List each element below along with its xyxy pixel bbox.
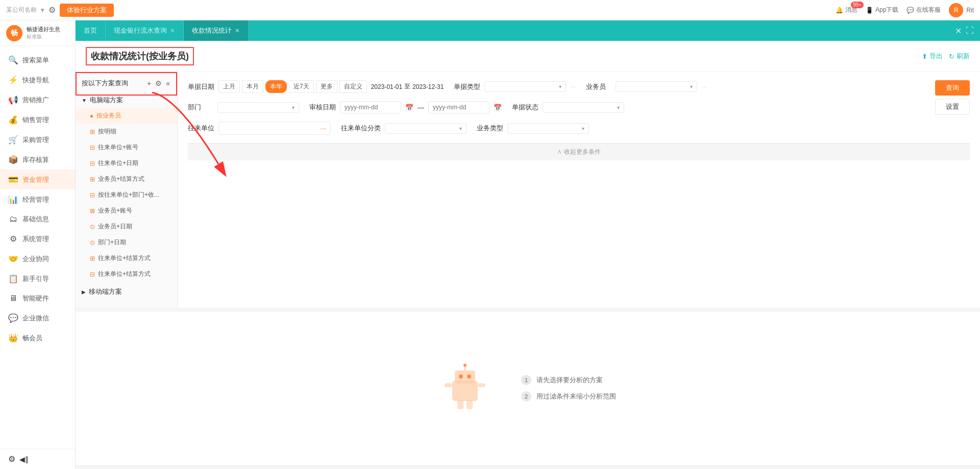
sidebar-label-enterprise: 企业协同 <box>22 254 49 264</box>
export-icon: ⬆ <box>922 53 927 60</box>
scheme-item-partner-date-icon: ⊟ <box>90 160 95 167</box>
scheme-item-partner-account[interactable]: ⊟ 往来单位+账号 <box>76 139 177 155</box>
scheme-add-btn[interactable]: + <box>146 78 152 88</box>
scheme-settings-btn[interactable]: ⚙ <box>154 78 163 88</box>
partner-more-icon: ··· <box>320 124 326 132</box>
user-avatar[interactable]: R Rit <box>949 3 974 17</box>
scheme-item-partner-settlement2[interactable]: ⊟ 往来单位+结算方式 <box>76 266 177 282</box>
tab-home[interactable]: 首页 <box>76 20 106 41</box>
scheme-item-salesman-date[interactable]: ⊙ 业务员+日期 <box>76 219 177 235</box>
sidebar-item-search[interactable]: 🔍 搜索菜单 <box>0 50 75 70</box>
app-download[interactable]: 📱 App下载 <box>866 6 898 14</box>
export-button[interactable]: ⬆ 导出 <box>922 52 943 61</box>
service-icon: 💬 <box>906 7 914 14</box>
scheme-collapse-btn[interactable]: « <box>165 78 171 88</box>
sidebar-item-system[interactable]: ⚙ 系统管理 <box>0 229 75 249</box>
scheme-item-salesman-settlement[interactable]: ⊞ 业务员+结算方式 <box>76 171 177 187</box>
operations-icon: 📊 <box>8 195 18 204</box>
date-btn-this-year[interactable]: 本年 <box>265 80 287 93</box>
scheme-item-ps2-label: 往来单位+结算方式 <box>98 270 151 278</box>
scheme-group-desktop-header[interactable]: ▼ 电脑端方案 <box>76 92 177 108</box>
scheme-item-partner-account-label: 往来单位+账号 <box>98 143 138 152</box>
sidebar-item-quicknav[interactable]: ⚡ 快捷导航 <box>0 70 75 90</box>
filter-salesman-item: 业务员 ▾ ··· <box>586 81 707 92</box>
scheme-header: 按以下方案查询 + ⚙ « <box>76 78 177 92</box>
tab-collection-stats-close[interactable]: ✕ <box>235 27 240 34</box>
date-btn-last-month[interactable]: 上月 <box>218 80 240 93</box>
scheme-item-partner-date[interactable]: ⊟ 往来单位+日期 <box>76 155 177 171</box>
chevron-right-icon: ▶ <box>82 289 86 295</box>
date-btn-this-month[interactable]: 本月 <box>242 80 263 93</box>
scheme-item-detail[interactable]: ⊞ 按明细 <box>76 124 177 139</box>
audit-date-to[interactable] <box>428 101 489 113</box>
scheme-group-mobile: ▶ 移动端方案 <box>76 284 177 299</box>
query-btn-group: 查询 设置 <box>935 80 970 115</box>
salesman-select[interactable]: ▾ <box>616 81 697 92</box>
scheme-item-partner-dept[interactable]: ⊟ 按往来单位+部门+收... <box>76 187 177 203</box>
sidebar-item-purchase[interactable]: 🛒 采购管理 <box>0 130 75 150</box>
tab-expand-btn[interactable]: ⛶ <box>966 26 974 35</box>
salesman-label: 业务员 <box>586 82 611 91</box>
sidebar-item-sales[interactable]: 💰 销售管理 <box>0 110 75 130</box>
scheme-item-salesman-account[interactable]: ⊠ 业务员+账号 <box>76 203 177 219</box>
settings-bottom-icon[interactable]: ⚙ <box>8 454 15 464</box>
svg-rect-1 <box>452 381 478 401</box>
sidebar-label-purchase: 采购管理 <box>22 135 49 145</box>
tab-close-all-btn[interactable]: ✕ <box>955 26 962 36</box>
online-service[interactable]: 💬 在线客服 <box>906 6 941 14</box>
scheme-item-partner-settlement1[interactable]: ⊞ 往来单位+结算方式 <box>76 250 177 266</box>
message-badge[interactable]: 🔔 消息 99+ <box>836 6 857 14</box>
empty-step-1: 1 请先选择要分析的方案 <box>521 375 616 385</box>
audit-date-from[interactable] <box>340 101 401 113</box>
filter-left: 单据日期 上月 本月 本年 近7天 更多 自定义 <box>188 80 925 143</box>
scheme-item-sd-label: 业务员+日期 <box>98 222 132 231</box>
sidebar-item-guide[interactable]: 📋 新手引导 <box>0 269 75 289</box>
doc-type-select[interactable]: ▾ <box>484 81 566 92</box>
sidebar-item-hardware[interactable]: 🖥 智能硬件 <box>0 289 75 308</box>
scheme-item-dept-date[interactable]: ⊙ 部门+日期 <box>76 235 177 250</box>
sidebar-item-operations[interactable]: 📊 经营管理 <box>0 190 75 209</box>
logo-icon: 畅 <box>6 25 22 41</box>
scheme-group-mobile-header[interactable]: ▶ 移动端方案 <box>76 284 177 299</box>
sidebar-item-enterprise[interactable]: 🤝 企业协同 <box>0 249 75 269</box>
doc-type-more-icon[interactable]: ··· <box>570 83 576 90</box>
query-button[interactable]: 查询 <box>935 80 970 96</box>
partner-category-label: 往来单位分类 <box>341 124 381 133</box>
dept-select[interactable]: ▾ <box>217 102 299 113</box>
settings-icon-btn[interactable]: ⚙ <box>48 5 56 15</box>
biz-type-select[interactable]: ▾ <box>507 123 589 134</box>
scheme-item-salesman[interactable]: ● 按业务员 <box>76 108 177 124</box>
date-btn-7days[interactable]: 近7天 <box>289 80 314 93</box>
date-btn-custom[interactable]: 自定义 <box>339 80 367 93</box>
tab-home-label: 首页 <box>84 26 97 35</box>
page-actions: ⬆ 导出 ↻ 刷新 <box>922 52 970 61</box>
partner-category-select[interactable]: ▾ <box>385 123 467 134</box>
doc-type-chevron: ▾ <box>559 84 561 89</box>
empty-step-2: 2 用过滤条件来缩小分析范围 <box>521 391 616 402</box>
sidebar-bottom: ⚙ ◀‖ <box>0 449 75 469</box>
sidebar-item-basicinfo[interactable]: 🗂 基础信息 <box>0 209 75 229</box>
trial-button[interactable]: 体验行业方案 <box>60 4 114 17</box>
dropdown-icon[interactable]: ▾ <box>41 6 44 14</box>
filter-settings-button[interactable]: 设置 <box>935 99 970 115</box>
sidebar-item-member[interactable]: 👑 畅会员 <box>0 328 75 348</box>
sidebar-item-inventory[interactable]: 📦 库存核算 <box>0 150 75 170</box>
sidebar-item-marketing[interactable]: 📢 营销推广 <box>0 90 75 110</box>
sidebar-label-member: 畅会员 <box>22 334 42 343</box>
collapse-bar[interactable]: ∧ 收起更多条件 <box>188 143 970 160</box>
tab-bank-flow-close[interactable]: ✕ <box>170 27 175 34</box>
tab-bank-flow[interactable]: 现金银行流水查询 ✕ <box>106 20 184 41</box>
sidebar-label-wechat: 企业微信 <box>22 314 49 323</box>
sidebar-item-finance[interactable]: 💳 资金管理 <box>0 170 75 190</box>
date-btn-more[interactable]: 更多 <box>316 80 337 93</box>
doc-status-select[interactable]: ▾ <box>543 102 624 113</box>
tab-collection-stats[interactable]: 收款情况统计 ✕ <box>184 20 249 41</box>
sidebar-label-quicknav: 快捷导航 <box>22 76 49 85</box>
partner-input[interactable]: ··· <box>218 122 331 135</box>
salesman-more-icon[interactable]: ··· <box>701 83 707 90</box>
collapse-sidebar-icon[interactable]: ◀‖ <box>19 455 29 463</box>
scheme-item-detail-icon: ⊞ <box>90 128 95 135</box>
scheme-item-pd-label: 按往来单位+部门+收... <box>98 191 159 199</box>
sidebar-item-wechat[interactable]: 💬 企业微信 <box>0 308 75 328</box>
refresh-button[interactable]: ↻ 刷新 <box>949 52 970 61</box>
